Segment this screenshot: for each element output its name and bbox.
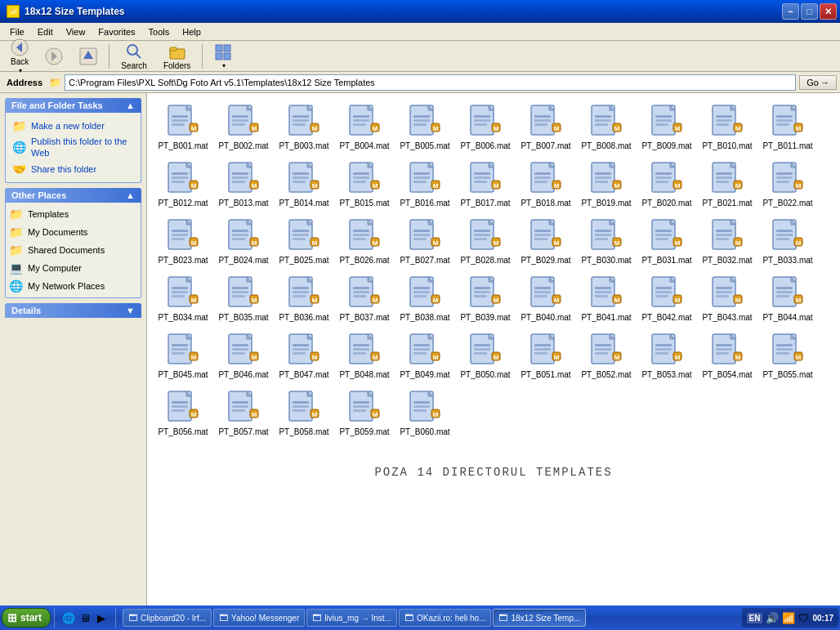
file-item[interactable]: M PT_B038.mat <box>395 271 454 327</box>
taskbar-app-4[interactable]: 🗔18x12 Size Temp... <box>493 609 586 627</box>
file-item[interactable]: M PT_B046.mat <box>214 328 273 384</box>
publish-folder-action[interactable]: 🌐 Publish this folder to the Web <box>12 134 134 161</box>
show-desktop-icon[interactable]: 🖥 <box>78 610 92 625</box>
taskbar-app-0[interactable]: 🗔Clipboard20 - Irf... <box>123 609 212 627</box>
back-dropdown-arrow[interactable]: ▾ <box>19 67 22 74</box>
file-item[interactable]: M PT_B020.mat <box>637 157 696 212</box>
file-item[interactable]: M PT_B022.mat <box>758 157 817 212</box>
file-folder-tasks-header[interactable]: File and Folder Tasks ▲ <box>5 98 141 113</box>
file-item[interactable]: M PT_B043.mat <box>698 271 757 327</box>
file-item[interactable]: M PT_B011.mat <box>758 100 817 155</box>
file-item[interactable]: M PT_B007.mat <box>516 100 575 155</box>
file-item[interactable]: M PT_B036.mat <box>275 271 333 327</box>
menu-help[interactable]: Help <box>176 25 208 38</box>
media-icon[interactable]: ▶ <box>94 610 109 625</box>
minimize-button[interactable]: − <box>782 3 799 20</box>
views-dropdown-arrow[interactable]: ▾ <box>222 62 226 69</box>
file-item[interactable]: M PT_B059.mat <box>335 386 394 441</box>
start-button[interactable]: ⊞ start <box>2 608 51 628</box>
search-button[interactable]: Search <box>114 40 154 73</box>
antivirus-icon[interactable]: 🛡 <box>798 612 809 624</box>
share-folder-action[interactable]: 🤝 Share this folder <box>12 161 134 177</box>
file-item[interactable]: M PT_B001.mat <box>154 100 212 155</box>
file-item[interactable]: M PT_B005.mat <box>395 100 454 155</box>
file-item[interactable]: M PT_B035.mat <box>214 271 273 327</box>
file-item[interactable]: M PT_B045.mat <box>154 328 212 384</box>
file-item[interactable]: M PT_B014.mat <box>275 157 333 212</box>
file-item[interactable]: M PT_B037.mat <box>335 271 394 327</box>
menu-view[interactable]: View <box>60 25 92 38</box>
sidebar-link-shared-documents[interactable]: 📁 Shared Documents <box>6 241 141 259</box>
taskbar-app-1[interactable]: 🗔Yahoo! Messenger <box>213 609 305 627</box>
file-item[interactable]: M PT_B041.mat <box>577 271 636 327</box>
sidebar-link-my-network[interactable]: 🌐 My Network Places <box>6 277 141 295</box>
file-item[interactable]: M PT_B028.mat <box>456 214 515 270</box>
file-item[interactable]: M PT_B008.mat <box>577 100 636 155</box>
file-item[interactable]: M PT_B032.mat <box>698 214 757 270</box>
network-icon[interactable]: 📶 <box>782 612 795 624</box>
file-item[interactable]: M PT_B057.mat <box>214 386 273 441</box>
file-item[interactable]: M PT_B055.mat <box>758 328 817 384</box>
close-button[interactable]: ✕ <box>820 3 837 20</box>
sidebar-link-templates[interactable]: 📁 Templates <box>6 205 141 223</box>
file-item[interactable]: M PT_B002.mat <box>214 100 273 155</box>
maximize-button[interactable]: □ <box>801 3 818 20</box>
file-item[interactable]: M PT_B015.mat <box>335 157 394 212</box>
file-item[interactable]: M PT_B030.mat <box>577 214 636 270</box>
file-item[interactable]: M PT_B029.mat <box>516 214 575 270</box>
volume-icon[interactable]: 🔊 <box>766 612 779 624</box>
file-item[interactable]: M PT_B039.mat <box>456 271 515 327</box>
taskbar-app-3[interactable]: 🗔OKazii.ro: heli ho... <box>399 609 491 627</box>
ie-icon[interactable]: 🌐 <box>61 610 76 625</box>
language-indicator[interactable]: EN <box>747 613 763 623</box>
sidebar-link-my-computer[interactable]: 💻 My Computer <box>6 259 141 277</box>
file-item[interactable]: M PT_B023.mat <box>154 214 212 270</box>
file-item[interactable]: M PT_B034.mat <box>154 271 212 327</box>
file-item[interactable]: M PT_B025.mat <box>275 214 333 270</box>
folders-button[interactable]: Folders <box>156 40 198 73</box>
file-item[interactable]: M PT_B012.mat <box>154 157 212 212</box>
file-item[interactable]: M PT_B044.mat <box>758 271 817 327</box>
file-item[interactable]: M PT_B056.mat <box>154 386 212 441</box>
file-item[interactable]: M PT_B052.mat <box>577 328 636 384</box>
file-item[interactable]: M PT_B060.mat <box>395 386 454 441</box>
file-item[interactable]: M PT_B019.mat <box>577 157 636 212</box>
menu-tools[interactable]: Tools <box>142 25 176 38</box>
file-item[interactable]: M PT_B024.mat <box>214 214 273 270</box>
file-item[interactable]: M PT_B031.mat <box>637 214 696 270</box>
file-item[interactable]: M PT_B026.mat <box>335 214 394 270</box>
file-item[interactable]: M PT_B021.mat <box>698 157 757 212</box>
file-item[interactable]: M PT_B050.mat <box>456 328 515 384</box>
details-header[interactable]: Details ▼ <box>5 303 141 318</box>
file-item[interactable]: M PT_B051.mat <box>516 328 575 384</box>
other-places-header[interactable]: Other Places ▲ <box>5 188 141 203</box>
file-item[interactable]: M PT_B010.mat <box>698 100 757 155</box>
file-item[interactable]: M PT_B009.mat <box>637 100 696 155</box>
file-item[interactable]: M PT_B004.mat <box>335 100 394 155</box>
file-item[interactable]: M PT_B017.mat <box>456 157 515 212</box>
address-input[interactable] <box>65 74 796 91</box>
file-item[interactable]: M PT_B053.mat <box>637 328 696 384</box>
menu-favorites[interactable]: Favorites <box>92 25 141 38</box>
views-button[interactable]: ▾ <box>207 41 239 72</box>
file-item[interactable]: M PT_B018.mat <box>516 157 575 212</box>
make-new-folder-action[interactable]: 📁 Make a new folder <box>12 118 134 134</box>
file-item[interactable]: M PT_B033.mat <box>758 214 817 270</box>
forward-button[interactable] <box>38 45 70 68</box>
file-item[interactable]: M PT_B058.mat <box>275 386 333 441</box>
file-item[interactable]: M PT_B003.mat <box>275 100 333 155</box>
up-button[interactable] <box>72 45 105 68</box>
file-item[interactable]: M PT_B047.mat <box>275 328 333 384</box>
file-item[interactable]: M PT_B006.mat <box>456 100 515 155</box>
sidebar-link-my-documents[interactable]: 📁 My Documents <box>6 223 141 241</box>
back-button[interactable]: Back ▾ <box>3 36 36 77</box>
taskbar-app-2[interactable]: 🗔livius_mg → Inst... <box>306 609 397 627</box>
file-item[interactable]: M PT_B054.mat <box>698 328 757 384</box>
file-item[interactable]: M PT_B013.mat <box>214 157 273 212</box>
file-item[interactable]: M PT_B049.mat <box>395 328 454 384</box>
go-button[interactable]: Go → <box>799 75 837 90</box>
file-item[interactable]: M PT_B016.mat <box>395 157 454 212</box>
file-item[interactable]: M PT_B040.mat <box>516 271 575 327</box>
file-item[interactable]: M PT_B042.mat <box>637 271 696 327</box>
file-item[interactable]: M PT_B027.mat <box>395 214 454 270</box>
